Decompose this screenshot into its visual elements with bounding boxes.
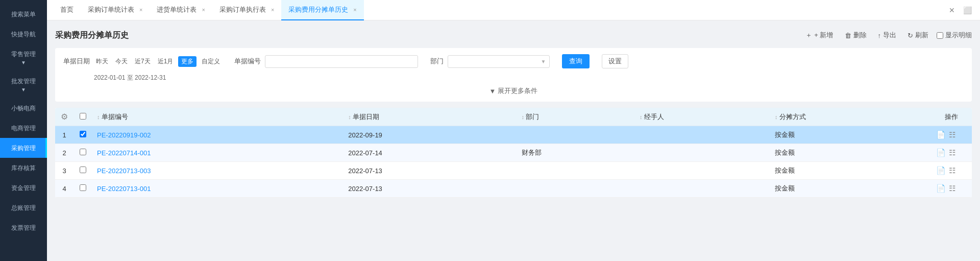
cell-operations: 📄☷ [931, 162, 972, 180]
cell-split-method: 按金额 [770, 144, 931, 162]
view-icon[interactable]: 📄 [936, 166, 946, 175]
add-icon: ＋ [805, 31, 812, 40]
filter-row-1: 单据日期 昨天 今天 近7天 近1月 更多 自定义 单据编号 部门 [63, 54, 964, 68]
row-checkbox-4[interactable] [80, 184, 86, 191]
cell-operations: 📄☷ [931, 126, 972, 144]
arrow-icon-wholesale-mgmt: ▼ [21, 87, 26, 92]
tab-label-purchase-stats: 采购订单统计表 [88, 5, 134, 14]
add-button[interactable]: ＋ + 新增 [802, 29, 836, 42]
doc-number-link[interactable]: PE-20220714-001 [97, 149, 151, 157]
doc-number-link[interactable]: PE-20220713-001 [97, 185, 151, 193]
doc-number-input[interactable] [265, 55, 418, 68]
shortcut-more[interactable]: 更多 [178, 56, 197, 67]
cell-index: 4 [55, 180, 74, 198]
cell-operations: 📄☷ [931, 144, 972, 162]
sidebar: 搜索菜单快捷导航零售管理 ▼批发管理 ▼小畅电商电商管理采购管理库存核算资金管理… [0, 0, 47, 261]
shortcut-today[interactable]: 今天 [113, 56, 130, 67]
edit-icon[interactable]: ☷ [949, 184, 955, 193]
close-window-button[interactable]: ✕ [947, 5, 957, 15]
sidebar-item-inventory[interactable]: 库存核算 [0, 158, 47, 178]
export-button[interactable]: ↑ 导出 [875, 29, 900, 42]
sidebar-label-ledger-mgmt: 总账管理 [2, 204, 45, 212]
sidebar-item-retail-mgmt[interactable]: 零售管理 ▼ [0, 44, 47, 71]
show-columns-checkbox[interactable] [937, 32, 943, 39]
maximize-window-button[interactable]: ⬜ [961, 5, 974, 15]
shortcut-7days[interactable]: 近7天 [133, 56, 153, 67]
col-doc-number[interactable]: 单据编号 [92, 108, 343, 126]
tab-home[interactable]: 首页 [53, 0, 81, 20]
shortcut-yesterday[interactable]: 昨天 [94, 56, 110, 67]
view-icon[interactable]: 📄 [936, 148, 946, 157]
sidebar-label-ecommerce-mgmt: 电商管理 [2, 124, 45, 133]
export-icon: ↑ [878, 32, 881, 39]
select-all-checkbox[interactable] [80, 113, 86, 120]
sidebar-item-wholesale-mgmt[interactable]: 批发管理 ▼ [0, 71, 47, 98]
cell-department: 财务部 [517, 144, 634, 162]
tab-close-purchase-history[interactable]: × [353, 7, 356, 13]
tab-purchase-stats[interactable]: 采购订单统计表× [81, 0, 150, 20]
doc-number-link[interactable]: PE-20220713-003 [97, 167, 151, 175]
sidebar-label-invoice-mgmt: 发票管理 [2, 224, 45, 232]
delete-button[interactable]: 🗑 删除 [842, 29, 870, 42]
show-columns-label[interactable]: 显示明细 [937, 31, 972, 40]
tab-purchase-exec[interactable]: 采购订单执行表× [212, 0, 281, 20]
department-filter-group: 部门 财务部 [430, 55, 550, 68]
edit-icon[interactable]: ☷ [949, 148, 955, 157]
cell-checkbox [74, 162, 92, 180]
main-area: 首页采购订单统计表×进货单统计表×采购订单执行表×采购费用分摊单历史× ✕ ⬜ … [47, 0, 980, 261]
sidebar-item-invoice-mgmt[interactable]: 发票管理 [0, 218, 47, 238]
sidebar-label-wholesale-mgmt: 批发管理 [2, 77, 45, 86]
tab-close-stock-stats[interactable]: × [202, 7, 205, 13]
row-checkbox-2[interactable] [80, 149, 86, 155]
sidebar-item-ledger-mgmt[interactable]: 总账管理 [0, 198, 47, 218]
tab-close-purchase-exec[interactable]: × [271, 7, 274, 13]
shortcut-custom[interactable]: 自定义 [200, 56, 222, 67]
tab-purchase-history[interactable]: 采购费用分摊单历史× [281, 0, 363, 20]
tab-bar-actions: ✕ ⬜ [947, 5, 974, 15]
row-checkbox-1[interactable] [80, 131, 86, 137]
cell-handler [634, 180, 770, 198]
sidebar-label-retail-mgmt: 零售管理 [2, 50, 45, 59]
edit-icon[interactable]: ☷ [949, 166, 955, 175]
cell-index: 1 [55, 126, 74, 144]
cell-handler [634, 126, 770, 144]
refresh-button[interactable]: ↻ 刷新 [904, 29, 932, 42]
row-checkbox-3[interactable] [80, 167, 86, 173]
tab-close-purchase-stats[interactable]: × [139, 7, 142, 13]
edit-icon[interactable]: ☷ [949, 130, 955, 139]
refresh-icon: ↻ [908, 32, 913, 39]
search-button[interactable]: 查询 [562, 54, 590, 68]
content-area: 采购费用分摊单历史 ＋ + 新增 🗑 删除 ↑ 导出 ↻ 刷新 [47, 20, 980, 261]
settings-button[interactable]: 设置 [602, 54, 628, 68]
col-handler[interactable]: 经手人 [634, 108, 770, 126]
sidebar-item-ecommerce[interactable]: 小畅电商 [0, 98, 47, 118]
settings-icon[interactable]: ⚙ [61, 112, 68, 121]
sidebar-item-purchase-mgmt[interactable]: 采购管理 [0, 138, 47, 158]
cell-handler [634, 144, 770, 162]
sidebar-item-search-menu[interactable]: 搜索菜单 [0, 4, 47, 24]
tab-stock-stats[interactable]: 进货单统计表× [150, 0, 212, 20]
tab-bar: 首页采购订单统计表×进货单统计表×采购订单执行表×采购费用分摊单历史× ✕ ⬜ [47, 0, 980, 20]
view-icon[interactable]: 📄 [936, 130, 946, 139]
cell-department [517, 126, 634, 144]
view-icon[interactable]: 📄 [936, 184, 946, 193]
cell-checkbox [74, 144, 92, 162]
shortcut-1month[interactable]: 近1月 [156, 56, 176, 67]
col-checkbox-all [74, 108, 92, 126]
filter-row-date-range: 2022-01-01 至 2022-12-31 [63, 73, 964, 82]
sidebar-label-search-menu: 搜索菜单 [2, 10, 45, 19]
col-split-method[interactable]: 分摊方式 [770, 108, 931, 126]
expand-more-button[interactable]: ▼ 展开更多条件 [63, 86, 964, 96]
doc-number-link[interactable]: PE-20220919-002 [97, 131, 151, 139]
table-row: 4PE-20220713-0012022-07-13按金额📄☷ [55, 180, 972, 198]
sidebar-item-ecommerce-mgmt[interactable]: 电商管理 [0, 118, 47, 138]
cell-department [517, 180, 634, 198]
sidebar-item-funds-mgmt[interactable]: 资金管理 [0, 178, 47, 198]
department-label: 部门 [430, 57, 444, 66]
col-doc-date[interactable]: 单据日期 [343, 108, 516, 126]
cell-split-method: 按金额 [770, 162, 931, 180]
sidebar-item-quick-nav[interactable]: 快捷导航 [0, 24, 47, 44]
sidebar-label-inventory: 库存核算 [2, 164, 45, 173]
col-department[interactable]: 部门 [517, 108, 634, 126]
department-select[interactable]: 财务部 [448, 55, 550, 68]
